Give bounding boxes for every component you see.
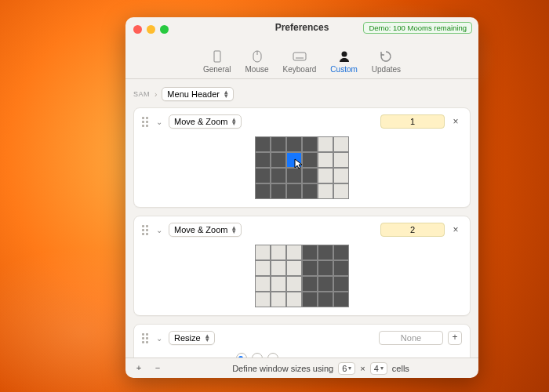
grid-cell[interactable] — [255, 260, 271, 276]
clear-hotkey-button[interactable]: × — [449, 224, 462, 235]
grid-cell[interactable] — [302, 136, 318, 152]
preferences-window: Preferences Demo: 100 Mooms remaining Ge… — [125, 17, 478, 378]
chevron-down-icon[interactable]: ⌄ — [156, 334, 164, 343]
grid-cell[interactable] — [255, 276, 271, 292]
stepper-arrows-icon: ▴▾ — [232, 118, 236, 125]
action-type-popup[interactable]: Move & Zoom ▴▾ — [169, 114, 242, 129]
tab-mouse[interactable]: Mouse — [245, 49, 269, 74]
grid-cell[interactable] — [302, 183, 318, 199]
general-icon — [210, 49, 224, 64]
grid-cell[interactable] — [302, 292, 318, 307]
grid-cell[interactable] — [286, 292, 302, 307]
grid-cell[interactable] — [255, 136, 271, 152]
grid-cell[interactable] — [318, 183, 333, 199]
grid-cell[interactable] — [318, 168, 333, 183]
grid-cell[interactable] — [333, 136, 349, 152]
stepper-arrows-icon: ▴▾ — [205, 334, 209, 342]
grid-cell[interactable] — [333, 152, 349, 168]
footer-define-label: Define window sizes using — [232, 364, 333, 373]
demo-badge: Demo: 100 Mooms remaining — [363, 22, 472, 34]
grid-cell[interactable] — [302, 152, 318, 168]
grid-cell[interactable] — [333, 260, 349, 276]
grid-cell[interactable] — [302, 168, 318, 183]
action-type-popup[interactable]: Move & Zoom ▴▾ — [169, 223, 242, 237]
grid-cell[interactable] — [286, 245, 302, 260]
grid-cell[interactable] — [333, 245, 349, 260]
grid-cell[interactable] — [271, 136, 286, 152]
grid-rows-stepper[interactable]: 4▾ — [370, 362, 387, 375]
chevron-right-icon: › — [155, 90, 157, 99]
grid-cell[interactable] — [286, 276, 302, 292]
action-type-popup[interactable]: Resize ▴▾ — [169, 331, 215, 345]
grid-cell[interactable] — [318, 245, 333, 260]
svg-rect-3 — [293, 53, 306, 60]
position-grid[interactable] — [255, 136, 349, 199]
grid-cell[interactable] — [255, 168, 271, 183]
content-area: SAM › Menu Header ▴▾ ⌄ Move & Zoom ▴▾ 1 … — [125, 79, 478, 358]
hotkey-field[interactable]: 2 — [380, 223, 445, 237]
chevron-down-icon[interactable]: ⌄ — [156, 226, 164, 234]
footer-times: × — [360, 364, 365, 373]
grid-cell[interactable] — [271, 183, 286, 199]
svg-point-5 — [341, 52, 347, 57]
grid-cell[interactable] — [302, 260, 318, 276]
grid-cell[interactable] — [318, 152, 333, 168]
grid-cell[interactable] — [286, 136, 302, 152]
action-panel-1: ⌄ Move & Zoom ▴▾ 1 × — [133, 107, 471, 208]
grid-cell[interactable] — [333, 276, 349, 292]
grid-cell[interactable] — [333, 292, 349, 307]
updates-icon — [379, 49, 393, 64]
grid-cell[interactable] — [333, 183, 349, 199]
chevron-down-icon[interactable]: ⌄ — [156, 118, 164, 126]
position-grid[interactable] — [255, 245, 349, 307]
grid-cell[interactable] — [302, 245, 318, 260]
grid-cell[interactable] — [271, 260, 286, 276]
grid-cell[interactable] — [286, 168, 302, 183]
hotkey-field[interactable]: 1 — [380, 114, 445, 129]
footer-cells-label: cells — [392, 364, 409, 373]
drag-handle-icon[interactable] — [142, 225, 151, 234]
footer-bar: + − Define window sizes using 6▾ × 4▾ ce… — [125, 358, 478, 378]
grid-cell[interactable] — [286, 260, 302, 276]
tab-keyboard[interactable]: Keyboard — [283, 49, 317, 74]
drag-handle-icon[interactable] — [142, 117, 151, 126]
grid-cell[interactable] — [255, 152, 271, 168]
section-mini-label: SAM — [133, 90, 150, 98]
grid-cell[interactable] — [318, 136, 333, 152]
grid-cell[interactable] — [255, 292, 271, 307]
hotkey-field-none[interactable]: None — [379, 331, 443, 345]
tab-custom[interactable]: Custom — [330, 49, 357, 74]
grid-cell[interactable] — [318, 260, 333, 276]
keyboard-icon — [293, 49, 307, 64]
grid-cell[interactable] — [271, 276, 286, 292]
mouse-icon — [250, 49, 264, 64]
tab-general[interactable]: General — [203, 49, 231, 74]
tab-updates[interactable]: Updates — [372, 49, 401, 74]
grid-cell[interactable] — [318, 292, 333, 307]
grid-cell[interactable] — [302, 276, 318, 292]
header-popup[interactable]: Menu Header ▴▾ — [162, 87, 234, 101]
stepper-arrows-icon: ▴▾ — [232, 226, 236, 234]
add-action-button[interactable]: + — [132, 361, 146, 376]
grid-cell[interactable] — [271, 292, 286, 307]
action-panel-3: ⌄ Resize ▴▾ None + Anchor: 800 × 600 pt — [133, 324, 471, 358]
grid-cell[interactable] — [286, 183, 302, 199]
stepper-arrows-icon: ▴▾ — [224, 90, 228, 98]
grid-cell[interactable] — [271, 245, 286, 260]
grid-cell[interactable] — [255, 183, 271, 199]
action-panel-2: ⌄ Move & Zoom ▴▾ 2 × — [133, 216, 471, 316]
clear-hotkey-button[interactable]: × — [449, 116, 462, 127]
grid-cell[interactable] — [271, 168, 286, 183]
remove-action-button[interactable]: − — [151, 361, 165, 376]
svg-rect-0 — [214, 51, 220, 62]
grid-cell[interactable] — [333, 168, 349, 183]
grid-cell[interactable] — [318, 276, 333, 292]
custom-icon — [337, 49, 351, 64]
grid-cell[interactable] — [255, 245, 271, 260]
grid-cell[interactable] — [286, 152, 302, 168]
grid-cell[interactable] — [271, 152, 286, 168]
drag-handle-icon[interactable] — [142, 333, 151, 343]
titlebar: Preferences Demo: 100 Mooms remaining Ge… — [125, 17, 478, 55]
add-hotkey-button[interactable]: + — [448, 331, 462, 345]
grid-cols-stepper[interactable]: 6▾ — [338, 362, 355, 375]
